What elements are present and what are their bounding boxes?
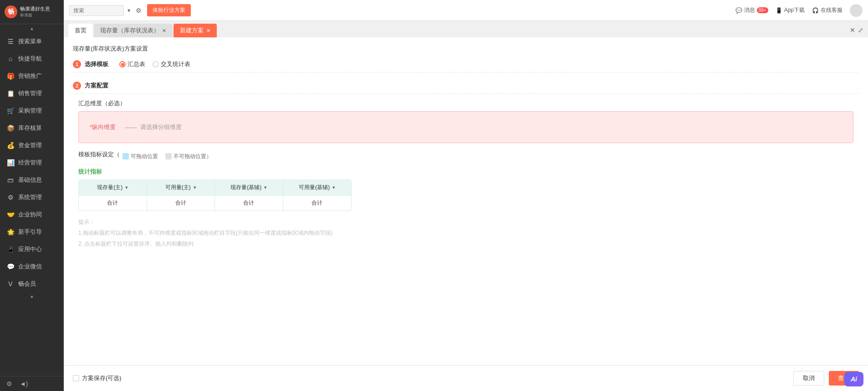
sidebar-item-basic[interactable]: 🗃 基础信息 xyxy=(0,171,64,189)
radio-summary-label: 汇总表 xyxy=(128,60,145,68)
footer: 方案保存(可选) 取消 查询 xyxy=(64,365,868,391)
cancel-button[interactable]: 取消 xyxy=(793,371,824,386)
stat-col-2-dropdown[interactable]: ▾ xyxy=(264,185,267,190)
sidebar-scroll-down[interactable]: ▼ xyxy=(0,293,64,301)
stat-table-row: 合计 合计 合计 合计 xyxy=(79,195,351,211)
tab-collapse-icon[interactable]: ✕ xyxy=(850,26,855,34)
stat-header-col-1[interactable]: 可用量(主) ▾ xyxy=(147,180,215,195)
sidebar-item-operation[interactable]: 📊 经营管理 xyxy=(0,154,64,171)
tab-home[interactable]: 首页 xyxy=(68,24,93,37)
sidebar-item-label: 采购管理 xyxy=(18,107,42,115)
cooperation-icon: 🤝 xyxy=(6,211,15,218)
tab-new-plan-close[interactable]: ✕ xyxy=(206,28,210,34)
sidebar-item-wechat[interactable]: 💬 企业微信 xyxy=(0,258,64,275)
stat-header-col-0[interactable]: 现存量(主) ▾ xyxy=(79,180,147,195)
indicator-label: 模板指标设定（ xyxy=(78,150,120,159)
dim-arrow: —— xyxy=(125,124,137,131)
sidebar-item-sales[interactable]: 📋 销售管理 xyxy=(0,85,64,102)
sidebar-item-label: 应用中心 xyxy=(18,245,42,253)
stat-header-col-3[interactable]: 可用量(基辅) ▾ xyxy=(283,180,352,195)
dropdown-button[interactable]: ▾ xyxy=(128,7,130,14)
audio-icon[interactable]: ◄) xyxy=(20,380,28,387)
app-edition: 标准版 xyxy=(20,12,50,18)
topbar-right: 💬 消息 99+ 📱 App下载 🎧 在线客服 xyxy=(735,4,863,17)
stat-section-title: 统计指标 xyxy=(78,168,853,176)
stat-col-2-label: 现存量(基辅) xyxy=(230,184,261,191)
app-download-item[interactable]: 📱 App下载 xyxy=(776,6,805,14)
save-checkbox[interactable]: 方案保存(可选) xyxy=(73,374,122,382)
sidebar-item-search-menu[interactable]: ☰ 搜索菜单 xyxy=(0,33,64,50)
stat-col-1-dropdown[interactable]: ▾ xyxy=(194,185,196,190)
dim-placeholder: 请选择分组维度 xyxy=(140,123,182,131)
stat-col-3-dropdown[interactable]: ▾ xyxy=(332,185,335,190)
section-1-number: 1 xyxy=(73,60,81,68)
tab-expand-icon[interactable]: ⤢ xyxy=(858,26,863,34)
section-2: 2 方案配置 汇总维度（必选） *纵向维度 —— 请选择分组维度 模板指标设定（ xyxy=(73,82,859,249)
sidebar-item-marketing[interactable]: 🎁 营销推广 xyxy=(0,67,64,85)
radio-cross-dot xyxy=(153,61,159,67)
non-draggable-box xyxy=(165,153,172,159)
sidebar-item-label: 搜索菜单 xyxy=(18,37,42,46)
save-checkbox-box[interactable] xyxy=(73,375,79,381)
sidebar-item-label: 企业微信 xyxy=(18,262,42,271)
stat-table-header: 现存量(主) ▾ 可用量(主) ▾ 现存量(基辅) ▾ xyxy=(79,180,351,195)
stat-col-0-dropdown[interactable]: ▾ xyxy=(125,185,128,190)
sidebar-item-label: 营销推广 xyxy=(18,72,42,80)
template-radio-group: 汇总表 交叉统计表 xyxy=(119,60,190,68)
sidebar-scroll-up[interactable]: ▲ xyxy=(0,24,64,33)
legend-non-draggable: 不可拖动位置） xyxy=(165,153,212,160)
purchase-icon: 🛒 xyxy=(6,107,15,114)
dimension-area[interactable]: *纵向维度 —— 请选择分组维度 xyxy=(78,111,853,143)
section-1: 1 选择模板 汇总表 交叉统计表 xyxy=(73,60,859,72)
sidebar-item-label: 经营管理 xyxy=(18,159,42,167)
quick-nav-icon: ⌂ xyxy=(6,55,15,62)
gear-icon[interactable]: ⚙ xyxy=(136,7,142,14)
stat-table: 现存量(主) ▾ 可用量(主) ▾ 现存量(基辅) ▾ xyxy=(78,180,352,211)
inventory-icon: 📦 xyxy=(6,124,15,132)
tab-inventory-status[interactable]: 现存量（库存状况表） ✕ xyxy=(94,24,173,37)
sidebar-item-cooperation[interactable]: 🤝 企业协同 xyxy=(0,206,64,223)
tip-2: 2. 点击标题栏下拉可设置排序、插入列和删除列 xyxy=(78,238,853,249)
ai-badge[interactable]: Ai xyxy=(844,372,863,386)
radio-summary[interactable]: 汇总表 xyxy=(119,60,145,68)
app-download-label: App下载 xyxy=(784,6,805,14)
draggable-box xyxy=(123,153,129,159)
sidebar-item-label: 畅会员 xyxy=(18,280,36,288)
sidebar-item-inventory[interactable]: 📦 库存核算 xyxy=(0,119,64,137)
basic-icon: 🗃 xyxy=(6,176,15,184)
sidebar-item-purchase[interactable]: 🛒 采购管理 xyxy=(0,102,64,119)
tab-home-label: 首页 xyxy=(75,26,87,35)
save-label: 方案保存(可选) xyxy=(82,374,122,382)
sidebar-item-app-center[interactable]: 📱 应用中心 xyxy=(0,241,64,258)
sidebar-item-newbie[interactable]: 🌟 新手引导 xyxy=(0,223,64,241)
main-area: ▾ ⚙ 体验行业方案 💬 消息 99+ 📱 App下载 🎧 在线客服 首页 xyxy=(64,0,868,391)
sidebar-item-quick-nav[interactable]: ⌂ 快捷导航 xyxy=(0,50,64,67)
trial-industry-button[interactable]: 体验行业方案 xyxy=(147,4,191,16)
user-avatar[interactable] xyxy=(850,4,863,17)
stat-cell-0: 合计 xyxy=(79,196,147,211)
online-service-label: 在线客服 xyxy=(821,6,842,14)
settings-icon[interactable]: ⚙ xyxy=(6,380,12,387)
sidebar-item-label: 销售管理 xyxy=(18,89,42,98)
tab-new-plan[interactable]: 新建方案 ✕ xyxy=(174,24,217,37)
section-1-header: 1 选择模板 汇总表 交叉统计表 xyxy=(73,60,859,72)
newbie-icon: 🌟 xyxy=(6,228,15,236)
wechat-icon: 💬 xyxy=(6,263,15,270)
sidebar-item-system[interactable]: ⚙ 系统管理 xyxy=(0,189,64,206)
sidebar-item-vip[interactable]: V 畅会员 xyxy=(0,275,64,293)
online-service-item[interactable]: 🎧 在线客服 xyxy=(812,6,842,14)
sidebar-item-label: 快捷导航 xyxy=(18,55,42,63)
message-icon: 💬 xyxy=(735,7,742,14)
radio-cross[interactable]: 交叉统计表 xyxy=(153,60,190,68)
stat-header-col-2[interactable]: 现存量(基辅) ▾ xyxy=(215,180,283,195)
radio-summary-dot xyxy=(119,61,126,67)
search-input[interactable] xyxy=(69,5,124,16)
app-logo: 畅 畅康通好生意 标准版 xyxy=(0,0,64,24)
message-item[interactable]: 💬 消息 99+ xyxy=(735,6,768,14)
legend-non-draggable-label: 不可拖动位置） xyxy=(174,153,212,160)
tab-inventory-close[interactable]: ✕ xyxy=(162,28,166,34)
search-menu-icon: ☰ xyxy=(6,38,15,45)
app-center-icon: 📱 xyxy=(6,246,15,253)
sidebar-item-finance[interactable]: 💰 资金管理 xyxy=(0,137,64,154)
topbar: ▾ ⚙ 体验行业方案 💬 消息 99+ 📱 App下载 🎧 在线客服 xyxy=(64,0,868,21)
